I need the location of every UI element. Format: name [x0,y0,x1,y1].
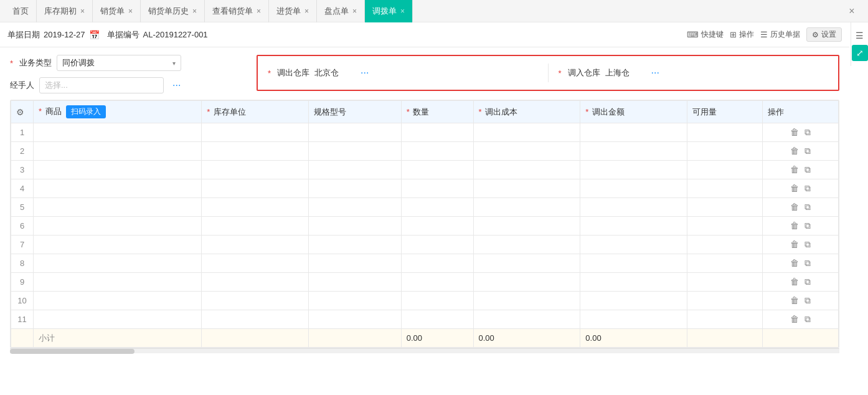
row-cost-9[interactable] [473,273,580,292]
row-qty-11[interactable] [401,310,473,329]
row-spec-11[interactable] [309,310,402,329]
row-amount-7[interactable] [580,236,687,254]
delete-icon[interactable]: 🗑 [790,295,799,305]
row-product-6[interactable] [34,217,202,236]
row-cost-2[interactable] [473,142,580,161]
person-more-button[interactable]: ··· [169,80,184,91]
row-qty-7[interactable] [401,236,473,254]
delete-icon[interactable]: 🗑 [790,164,799,174]
row-unit-2[interactable] [202,142,309,161]
row-product-7[interactable] [34,236,202,254]
transfer-out-more-button[interactable]: ··· [357,67,372,79]
row-product-10[interactable] [34,292,202,310]
history-action[interactable]: ☰ 历史单据 [760,29,800,40]
row-amount-4[interactable] [580,179,687,198]
row-qty-6[interactable] [401,217,473,236]
copy-icon[interactable]: ⧉ [804,277,811,287]
tab-close-inventory-init[interactable]: × [80,7,85,16]
row-product-9[interactable] [34,273,202,292]
row-amount-11[interactable] [580,310,687,329]
row-product-1[interactable] [34,123,202,142]
copy-icon[interactable]: ⧉ [804,146,811,156]
person-select[interactable]: 选择... [39,77,164,93]
tab-close-sales-order[interactable]: × [128,7,133,16]
row-spec-7[interactable] [309,236,402,254]
row-spec-9[interactable] [309,273,402,292]
row-amount-6[interactable] [580,217,687,236]
row-qty-10[interactable] [401,292,473,310]
row-qty-2[interactable] [401,142,473,161]
horizontal-scrollbar[interactable] [10,348,839,353]
copy-icon[interactable]: ⧉ [804,258,811,268]
row-cost-1[interactable] [473,123,580,142]
copy-icon[interactable]: ⧉ [804,314,811,324]
table-settings-icon[interactable]: ⚙ [16,107,24,117]
tab-close-sales-history[interactable]: × [192,7,197,16]
delete-icon[interactable]: 🗑 [790,146,799,156]
row-cost-7[interactable] [473,236,580,254]
scan-button[interactable]: 扫码录入 [66,105,106,118]
transfer-in-more-button[interactable]: ··· [648,67,663,79]
row-spec-1[interactable] [309,123,402,142]
row-spec-4[interactable] [309,179,402,198]
shortcut-action[interactable]: ⌨ 快捷键 [687,29,724,40]
tab-view-sales[interactable]: 查看销货单 × [205,0,269,22]
row-unit-3[interactable] [202,161,309,179]
row-qty-3[interactable] [401,161,473,179]
row-spec-8[interactable] [309,254,402,273]
row-amount-3[interactable] [580,161,687,179]
copy-icon[interactable]: ⧉ [804,127,811,137]
row-unit-1[interactable] [202,123,309,142]
row-product-2[interactable] [34,142,202,161]
row-cost-8[interactable] [473,254,580,273]
row-amount-9[interactable] [580,273,687,292]
calendar-icon[interactable]: 📅 [89,30,100,40]
row-spec-3[interactable] [309,161,402,179]
row-product-4[interactable] [34,179,202,198]
row-unit-5[interactable] [202,198,309,217]
copy-icon[interactable]: ⧉ [804,221,811,231]
delete-icon[interactable]: 🗑 [790,277,799,287]
tab-inventory-init[interactable]: 库存期初 × [37,0,93,22]
tab-stocktake[interactable]: 盘点单 × [317,0,365,22]
delete-icon[interactable]: 🗑 [790,239,799,249]
copy-icon[interactable]: ⧉ [804,202,811,212]
copy-icon[interactable]: ⧉ [804,239,811,249]
scroll-thumb[interactable] [10,349,134,354]
settings-button[interactable]: ⚙ 设置 [806,27,842,42]
row-amount-5[interactable] [580,198,687,217]
tab-close-transfer[interactable]: × [400,7,405,16]
window-close-button[interactable]: × [841,0,863,22]
delete-icon[interactable]: 🗑 [790,314,799,324]
row-qty-8[interactable] [401,254,473,273]
delete-icon[interactable]: 🗑 [790,127,799,137]
row-unit-11[interactable] [202,310,309,329]
row-amount-10[interactable] [580,292,687,310]
row-product-3[interactable] [34,161,202,179]
tab-purchase[interactable]: 进货单 × [269,0,317,22]
row-unit-8[interactable] [202,254,309,273]
row-amount-8[interactable] [580,254,687,273]
row-cost-4[interactable] [473,179,580,198]
operation-action[interactable]: ⊞ 操作 [730,29,754,40]
tab-home[interactable]: 首页 [5,0,37,22]
tab-sales-history[interactable]: 销货单历史 × [141,0,205,22]
copy-icon[interactable]: ⧉ [804,295,811,305]
copy-icon[interactable]: ⧉ [804,164,811,174]
row-amount-1[interactable] [580,123,687,142]
row-unit-4[interactable] [202,179,309,198]
row-unit-10[interactable] [202,292,309,310]
tab-close-purchase[interactable]: × [304,7,309,16]
delete-icon[interactable]: 🗑 [790,202,799,212]
row-cost-11[interactable] [473,310,580,329]
row-qty-5[interactable] [401,198,473,217]
row-cost-6[interactable] [473,217,580,236]
tab-close-stocktake[interactable]: × [352,7,357,16]
row-amount-2[interactable] [580,142,687,161]
delete-icon[interactable]: 🗑 [790,258,799,268]
expand-view-button[interactable]: ⤢ [852,45,868,61]
delete-icon[interactable]: 🗑 [790,221,799,231]
row-spec-6[interactable] [309,217,402,236]
list-view-button[interactable]: ☰ [852,27,868,44]
copy-icon[interactable]: ⧉ [804,183,811,193]
